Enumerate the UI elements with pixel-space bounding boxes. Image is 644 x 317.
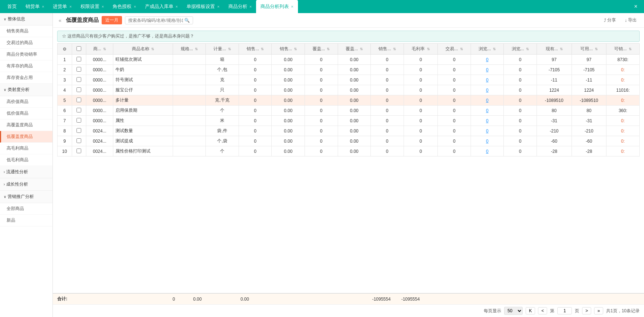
row-browse1[interactable]: 0 <box>471 65 504 75</box>
col-sales3[interactable]: 销售... ⇅ <box>371 44 404 55</box>
col-sales-qty[interactable]: 销售... ⇅ <box>239 44 272 55</box>
collapse-sidebar-btn[interactable]: « <box>57 17 63 24</box>
export-icon: ↓ <box>625 18 627 23</box>
col-cover2[interactable]: 覆盖... ⇅ <box>338 44 371 55</box>
sidebar-section-coverage[interactable]: ∨ 类射度分析 <box>0 84 52 96</box>
row-browse1[interactable]: 0 <box>471 75 504 85</box>
date-filter-button[interactable]: 近一月 <box>102 16 122 24</box>
col-sales-amt[interactable]: 销售... ⇅ <box>272 44 305 55</box>
row-checkbox[interactable] <box>72 146 86 156</box>
row-browse1[interactable]: 0 <box>471 126 504 136</box>
col-current-stock[interactable]: 现有... ⇅ <box>537 44 572 55</box>
next-page-btn[interactable]: > <box>582 307 591 314</box>
row-browse1[interactable]: 0 <box>471 136 504 146</box>
last-page-btn[interactable]: » <box>594 307 603 314</box>
row-checkbox[interactable] <box>72 95 86 106</box>
per-page-select[interactable]: 50 10 20 100 <box>504 307 523 315</box>
sidebar-item-traded-goods[interactable]: 交易过的商品 <box>0 37 52 49</box>
nav-product-analysis-list[interactable]: 商品分析列表 × <box>256 0 298 13</box>
row-select-checkbox[interactable] <box>76 118 81 123</box>
row-select-checkbox[interactable] <box>76 57 81 62</box>
row-select-checkbox[interactable] <box>76 138 81 143</box>
row-checkbox[interactable] <box>72 85 86 95</box>
col-unit[interactable]: 计量... ⇅ <box>206 44 239 55</box>
table-container: ⚙ 商... ⇅ 商品名称 ⇅ 规格... ⇅ 计量... ⇅ 销售... ⇅ … <box>53 43 644 293</box>
col-gross-margin[interactable]: 毛利率 ⇅ <box>404 44 438 55</box>
row-browse1[interactable]: 0 <box>471 106 504 116</box>
row-checkbox[interactable] <box>72 75 86 85</box>
sidebar-section-growth[interactable]: › 成长性分析 <box>0 178 52 191</box>
nav-close-permissions[interactable]: × <box>102 4 104 9</box>
nav-close-purchase[interactable]: × <box>69 4 71 9</box>
row-checkbox[interactable] <box>72 116 86 126</box>
col-name[interactable]: 商品名称 ⇅ <box>113 44 173 55</box>
nav-close-sales[interactable]: × <box>42 4 44 9</box>
sidebar-section-general[interactable]: ∨ 整体信息 <box>0 13 52 25</box>
page-input[interactable] <box>557 307 572 314</box>
row-browse1[interactable]: 0 <box>471 116 504 126</box>
sidebar-section-marketing[interactable]: ∨ 营销推广分析 <box>0 191 52 203</box>
row-browse1[interactable]: 0 <box>471 55 504 65</box>
col-transaction[interactable]: 交易... ⇅ <box>438 44 471 55</box>
col-saleable[interactable]: 可销... ⇅ <box>606 44 640 55</box>
nav-close-template-settings[interactable]: × <box>217 4 219 9</box>
share-button[interactable]: ⤴ 分享 <box>601 16 619 24</box>
nav-finished-goods[interactable]: 产成品入库单 × <box>141 0 182 13</box>
sidebar-item-sales-goods[interactable]: 销售类商品 <box>0 25 52 37</box>
nav-role-auth[interactable]: 角色授权 × <box>108 0 140 13</box>
col-spec[interactable]: 规格... ⇅ <box>173 44 206 55</box>
col-code[interactable]: 商... ⇅ <box>86 44 113 55</box>
sidebar-item-low-coverage[interactable]: 低覆盖度商品 <box>0 131 52 143</box>
sidebar-item-all-goods[interactable]: 全部商品 <box>0 203 52 215</box>
nav-close-product-analysis-list[interactable]: × <box>291 4 293 9</box>
row-select-checkbox[interactable] <box>76 77 81 82</box>
select-all-checkbox[interactable] <box>76 46 81 51</box>
sidebar-item-new-goods[interactable]: 新品 <box>0 215 52 226</box>
export-button[interactable]: ↓ 导出 <box>622 16 640 24</box>
row-checkbox[interactable] <box>72 126 86 136</box>
col-browse1[interactable]: 浏览... ⇅ <box>471 44 504 55</box>
row-select-checkbox[interactable] <box>76 128 81 133</box>
nav-close-finished-goods[interactable]: × <box>176 4 178 9</box>
search-input[interactable] <box>128 18 183 23</box>
row-select-checkbox[interactable] <box>76 67 81 72</box>
nav-template-settings[interactable]: 单据模板设置 × <box>182 0 224 13</box>
row-checkbox[interactable] <box>72 65 86 75</box>
sidebar-item-high-value[interactable]: 高价值商品 <box>0 96 52 108</box>
col-available[interactable]: 可用... ⇅ <box>572 44 606 55</box>
sidebar-item-category-sales-rate[interactable]: 商品分类动销率 <box>0 49 52 60</box>
nav-close-product-analysis[interactable]: × <box>250 4 252 9</box>
prev-page-btn[interactable]: < <box>538 307 547 314</box>
sidebar-section-flow[interactable]: › 流通性分析 <box>0 166 52 178</box>
nav-close-role-auth[interactable]: × <box>134 4 136 9</box>
sidebar-item-stock-capital[interactable]: 库存资金占用 <box>0 72 52 84</box>
row-checkbox[interactable] <box>72 55 86 65</box>
first-page-btn[interactable]: K <box>526 307 535 314</box>
row-browse1[interactable]: 0 <box>471 85 504 95</box>
row-checkbox[interactable] <box>72 106 86 116</box>
row-browse1[interactable]: 0 <box>471 146 504 156</box>
nav-permissions[interactable]: 权限设置 × <box>76 0 108 13</box>
row-checkbox[interactable] <box>72 136 86 146</box>
sidebar-item-low-value[interactable]: 低价值商品 <box>0 108 52 119</box>
row-select-checkbox[interactable] <box>76 87 81 92</box>
row-select-checkbox[interactable] <box>76 148 81 153</box>
row-select-checkbox[interactable] <box>76 98 81 102</box>
nav-home[interactable]: 首页 <box>3 0 21 13</box>
col-checkbox[interactable] <box>72 44 86 55</box>
row-cover1: 0 <box>305 55 338 65</box>
row-sales-amt: 0.00 <box>272 116 305 126</box>
row-select-checkbox[interactable] <box>76 108 81 112</box>
col-cover1[interactable]: 覆盖... ⇅ <box>305 44 338 55</box>
row-browse1[interactable]: 0 <box>471 95 504 106</box>
sidebar-item-high-coverage[interactable]: 高覆盖度商品 <box>0 119 52 131</box>
col-browse2[interactable]: 浏览... ⇅ <box>504 44 537 55</box>
nav-purchase[interactable]: 进货单 × <box>48 0 76 13</box>
window-close-btn[interactable]: × <box>631 3 641 10</box>
sidebar-item-high-profit[interactable]: 高毛利商品 <box>0 143 52 154</box>
sidebar-item-stock-goods[interactable]: 有库存的商品 <box>0 60 52 72</box>
sidebar-item-low-profit[interactable]: 低毛利商品 <box>0 154 52 166</box>
col-settings[interactable]: ⚙ <box>58 44 72 55</box>
nav-product-analysis[interactable]: 商品分析 × <box>224 0 256 13</box>
nav-sales[interactable]: 销货单 × <box>21 0 48 13</box>
